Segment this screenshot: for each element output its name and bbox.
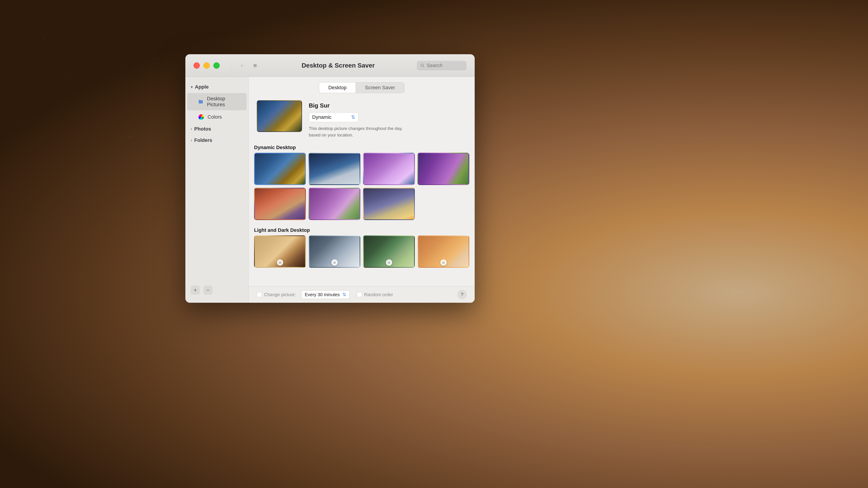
minimize-button[interactable] <box>204 62 210 69</box>
change-picture-checkbox[interactable] <box>257 292 262 297</box>
dynamic-value: Dynamic <box>312 114 332 120</box>
gallery-scroll[interactable]: Dynamic Desktop Light and Dark Desktop ⊙ <box>249 142 475 286</box>
wallpaper-item-ld-2[interactable]: ⊙ <box>309 235 360 268</box>
light-dark-grid: ⊙ ⊙ ⊙ ⊙ <box>254 235 469 268</box>
search-icon <box>421 63 425 68</box>
preview-title: Big Sur <box>309 102 467 109</box>
search-input[interactable] <box>427 63 463 68</box>
svg-point-0 <box>421 64 423 66</box>
wallpaper-item-dd-2[interactable] <box>309 153 360 185</box>
sidebar-photos-label: Photos <box>194 126 211 132</box>
dynamic-desktop-grid <box>254 153 469 220</box>
search-box[interactable] <box>417 61 467 70</box>
bottom-bar: Change picture: Every 30 minutes ⇅ Rando… <box>249 286 475 303</box>
wallpaper-item-dd-6[interactable] <box>309 188 360 220</box>
sidebar: ▾ Apple Desktop Pictures Colors <box>185 77 249 303</box>
dynamic-desktop-title: Dynamic Desktop <box>254 142 469 153</box>
disclosure-photos-icon: › <box>191 127 192 131</box>
add-folder-button[interactable]: + <box>191 286 200 295</box>
chevron-left-icon: ‹ <box>231 63 232 68</box>
titlebar: ‹ › ⊞ Desktop & Screen Saver <box>185 54 475 77</box>
sidebar-section-apple[interactable]: ▾ Apple <box>187 82 247 92</box>
grid-icon: ⊞ <box>253 63 257 68</box>
disclosure-triangle-icon: ▾ <box>191 85 193 89</box>
dropdown-arrow-icon: ⇅ <box>351 114 355 120</box>
change-picture-group: Change picture: <box>257 292 296 297</box>
tab-desktop[interactable]: Desktop <box>319 82 355 93</box>
interval-value: Every 30 minutes <box>305 292 340 297</box>
light-dark-badge-4: ⊙ <box>440 259 447 266</box>
interval-dropdown[interactable]: Every 30 minutes ⇅ <box>301 290 350 299</box>
sidebar-folders-label: Folders <box>194 137 212 143</box>
sidebar-item-desktop-pictures[interactable]: Desktop Pictures <box>187 93 247 110</box>
tab-screen-saver[interactable]: Screen Saver <box>355 82 404 93</box>
wallpaper-item-dd-5[interactable] <box>254 188 306 220</box>
wallpaper-item-ld-4[interactable]: ⊙ <box>417 235 469 268</box>
preview-section: Big Sur Dynamic ⇅ This desktop picture c… <box>249 97 475 142</box>
wallpaper-item-ld-1[interactable]: ⊙ <box>254 235 306 268</box>
light-dark-badge-2: ⊙ <box>331 259 338 266</box>
light-dark-title: Light and Dark Desktop <box>254 225 469 235</box>
forward-button[interactable]: › <box>238 61 246 70</box>
sidebar-apple-label: Apple <box>195 84 209 90</box>
light-dark-badge-1: ⊙ <box>277 259 283 266</box>
help-button[interactable]: ? <box>458 290 467 299</box>
grid-view-button[interactable]: ⊞ <box>250 61 259 70</box>
disclosure-folders-icon: › <box>191 138 192 142</box>
chevron-right-icon: › <box>241 63 243 68</box>
random-order-group: Random order <box>357 292 393 297</box>
window-title: Desktop & Screen Saver <box>264 62 412 69</box>
back-button[interactable]: ‹ <box>228 61 236 70</box>
wallpaper-item-dd-7[interactable] <box>363 188 415 220</box>
question-mark-icon: ? <box>461 292 463 297</box>
folder-icon <box>198 98 204 105</box>
light-dark-badge-3: ⊙ <box>386 259 392 266</box>
interval-arrow-icon: ⇅ <box>342 292 346 297</box>
minus-icon: − <box>206 287 210 293</box>
wallpaper-item-dd-1[interactable] <box>254 153 306 185</box>
tab-bar: Desktop Screen Saver <box>249 77 475 97</box>
plus-icon: + <box>194 287 197 293</box>
sidebar-desktop-pictures-label: Desktop Pictures <box>207 96 241 107</box>
wallpaper-item-ld-3[interactable]: ⊙ <box>363 235 415 268</box>
main-panel: Desktop Screen Saver Big Sur Dynamic ⇅ T… <box>249 77 475 303</box>
remove-folder-button[interactable]: − <box>204 286 213 295</box>
system-preferences-window: ‹ › ⊞ Desktop & Screen Saver ▾ Apple <box>185 54 475 303</box>
preview-thumbnail <box>257 100 302 132</box>
random-order-checkbox[interactable] <box>357 292 362 297</box>
maximize-button[interactable] <box>213 62 220 69</box>
svg-line-1 <box>423 66 424 67</box>
sidebar-item-photos[interactable]: › Photos <box>187 124 247 134</box>
sidebar-item-colors[interactable]: Colors <box>187 111 247 123</box>
content-area: ▾ Apple Desktop Pictures Colors <box>185 77 475 303</box>
random-order-label: Random order <box>364 292 393 297</box>
close-button[interactable] <box>193 62 200 69</box>
dynamic-dropdown[interactable]: Dynamic ⇅ <box>309 112 359 122</box>
preview-description: This desktop picture changes throughout … <box>309 125 413 138</box>
preview-info: Big Sur Dynamic ⇅ This desktop picture c… <box>309 100 467 138</box>
nav-buttons: ‹ › <box>228 61 246 70</box>
change-picture-label: Change picture: <box>264 292 296 297</box>
sidebar-item-folders[interactable]: › Folders <box>187 135 247 145</box>
sidebar-footer: + − <box>185 282 248 298</box>
wallpaper-item-dd-3[interactable] <box>363 153 415 185</box>
wallpaper-item-dd-4[interactable] <box>417 153 469 185</box>
sidebar-colors-label: Colors <box>208 114 222 120</box>
colors-icon <box>198 114 204 120</box>
traffic-lights <box>193 62 220 69</box>
